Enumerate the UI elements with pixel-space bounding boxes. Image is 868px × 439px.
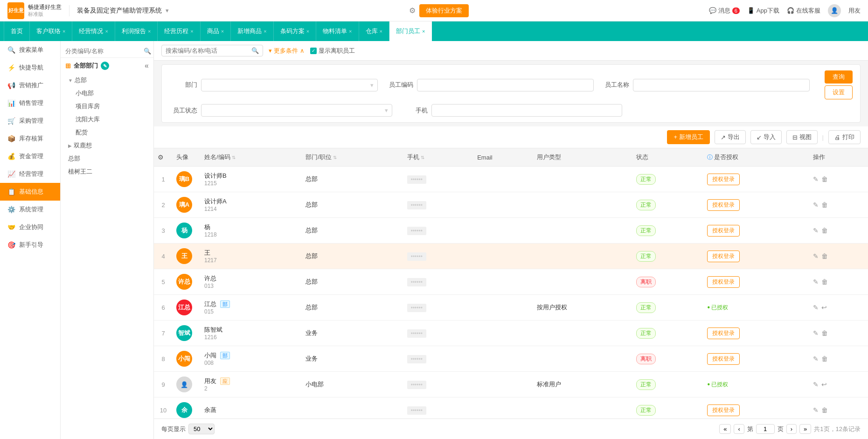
delete-button[interactable]: ↩ <box>821 381 827 388</box>
add-employee-button[interactable]: + 新增员工 <box>667 130 709 144</box>
sidebar-item-system[interactable]: ⚙️ 系统管理 <box>0 201 60 218</box>
col-dept[interactable]: 部门/职位⇅ <box>302 148 403 167</box>
edit-button[interactable]: ✎ <box>813 175 819 183</box>
app-download-btn[interactable]: 📱 App下载 <box>747 7 779 15</box>
auth-button[interactable]: 授权登录 <box>707 225 740 237</box>
close-tab-profit[interactable]: × <box>148 28 151 34</box>
sidebar-item-quick[interactable]: ⚡ 快捷导航 <box>0 59 60 77</box>
gear-button[interactable]: ⚙ <box>409 6 416 15</box>
dept-sort-icon[interactable]: ⇅ <box>333 155 337 160</box>
dept-edit-icon[interactable]: ✎ <box>101 62 109 70</box>
delete-button[interactable]: 🗑 <box>821 329 828 337</box>
close-tab-warehouse[interactable]: × <box>380 28 382 34</box>
delete-button[interactable]: 🗑 <box>821 175 828 183</box>
dept-node-zongbu2[interactable]: 总部 <box>64 152 150 165</box>
delete-button[interactable]: 🗑 <box>821 355 828 362</box>
dept-node-zhishu[interactable]: 植树王二 <box>64 165 150 178</box>
edit-button[interactable]: ✎ <box>813 227 819 234</box>
user-avatar[interactable]: 👤 <box>828 4 841 17</box>
close-tab-customer[interactable]: × <box>62 28 65 34</box>
dept-node-project[interactable]: 项目库房 <box>72 100 150 113</box>
tab-journey[interactable]: 经营历程 × <box>158 21 200 41</box>
edit-button[interactable]: ✎ <box>813 329 819 337</box>
last-page-btn[interactable]: » <box>799 424 811 434</box>
dept-node-shuanglu[interactable]: ▶ 双鹿想 <box>64 139 150 152</box>
col-name[interactable]: 姓名/编码⇅ <box>201 148 302 167</box>
close-tab-barcode[interactable]: × <box>306 28 309 34</box>
sidebar-item-purchase[interactable]: 🛒 采购管理 <box>0 112 60 130</box>
filter-empname-input[interactable] <box>633 79 810 91</box>
filter-status-select[interactable]: ▾ <box>201 104 392 117</box>
tab-department[interactable]: 部门员工 × <box>389 21 432 41</box>
edit-button[interactable]: ✎ <box>813 406 819 414</box>
close-tab-department[interactable]: × <box>422 28 425 34</box>
edit-button[interactable]: ✎ <box>813 355 819 362</box>
tab-operation[interactable]: 经营情况 × <box>72 21 115 41</box>
show-resigned-toggle[interactable]: ✓ 显示离职员工 <box>310 47 355 55</box>
query-button[interactable]: 查询 <box>825 70 853 84</box>
sidebar-item-operation[interactable]: 📈 经营管理 <box>0 165 60 183</box>
tab-addgoods[interactable]: 新增商品 × <box>231 21 273 41</box>
online-service-btn[interactable]: 🎧 在线客服 <box>787 7 820 15</box>
phone-sort-icon[interactable]: ⇅ <box>421 155 424 160</box>
more-filter-btn[interactable]: ▾ 更多条件 ∧ <box>269 47 305 55</box>
filter-empcode-input[interactable] <box>417 79 594 91</box>
tab-warehouse[interactable]: 仓库 × <box>359 21 389 41</box>
dept-collapse-btn[interactable]: « <box>145 62 149 70</box>
dept-search-input[interactable] <box>65 48 144 55</box>
sidebar-item-search[interactable]: 🔍 搜索菜单 <box>0 41 60 59</box>
auth-button[interactable]: 授权登录 <box>707 174 740 185</box>
export-button[interactable]: ↗ 导出 <box>715 130 746 144</box>
auth-button[interactable]: 授权登录 <box>707 276 740 288</box>
delete-button[interactable]: 🗑 <box>821 278 828 286</box>
auth-button[interactable]: 授权登录 <box>707 251 740 262</box>
delete-button[interactable]: ↩ <box>821 304 827 311</box>
settings-icon[interactable]: ⚙ <box>158 153 164 161</box>
per-page-select[interactable]: 50 100 200 <box>188 424 215 434</box>
filter-dept-select[interactable]: ▾ <box>201 79 378 91</box>
auth-button[interactable]: 授权登录 <box>707 328 740 339</box>
resigned-checkbox[interactable]: ✓ <box>310 48 317 54</box>
tab-bom[interactable]: 物料清单 × <box>316 21 359 41</box>
tab-barcode[interactable]: 条码方案 × <box>274 21 316 41</box>
delete-button[interactable]: 🗑 <box>821 201 828 209</box>
sidebar-item-guide[interactable]: 🎯 新手引导 <box>0 236 60 254</box>
filter-phone-input[interactable] <box>431 104 623 117</box>
search-input[interactable] <box>166 47 250 54</box>
prev-page-btn[interactable]: ‹ <box>734 424 744 434</box>
close-tab-addgoods[interactable]: × <box>264 28 266 34</box>
dept-node-peihuo[interactable]: 配货 <box>72 126 150 139</box>
try-button[interactable]: 体验行业方案 <box>419 4 469 17</box>
col-phone[interactable]: 手机⇅ <box>403 148 474 167</box>
close-tab-journey[interactable]: × <box>190 28 193 34</box>
sidebar-item-finance[interactable]: 💰 资金管理 <box>0 147 60 165</box>
close-tab-bom[interactable]: × <box>349 28 352 34</box>
auth-button[interactable]: 授权登录 <box>707 199 740 211</box>
delete-button[interactable]: 🗑 <box>821 406 828 414</box>
close-tab-operation[interactable]: × <box>105 28 108 34</box>
edit-button[interactable]: ✎ <box>813 201 819 209</box>
sidebar-item-inventory[interactable]: 📦 库存核算 <box>0 130 60 147</box>
print-button[interactable]: 🖨 打印 <box>828 130 861 144</box>
edit-button[interactable]: ✎ <box>813 304 819 311</box>
edit-button[interactable]: ✎ <box>813 278 819 286</box>
import-button[interactable]: ↙ 导入 <box>750 130 782 144</box>
sidebar-item-collab[interactable]: 🤝 企业协同 <box>0 218 60 236</box>
close-tab-goods[interactable]: × <box>221 28 224 34</box>
dept-node-xiao[interactable]: 小电部 <box>72 87 150 100</box>
view-button[interactable]: ⊟ 视图 <box>786 130 818 144</box>
auth-button[interactable]: 授权登录 <box>707 353 740 365</box>
tab-goods[interactable]: 商品 × <box>201 21 231 41</box>
first-page-btn[interactable]: « <box>719 424 731 434</box>
edit-button[interactable]: ✎ <box>813 381 819 388</box>
auth-button[interactable]: 授权登录 <box>707 404 740 416</box>
tab-profit[interactable]: 利润报告 × <box>115 21 158 41</box>
next-page-btn[interactable]: › <box>786 424 797 434</box>
tab-home[interactable]: 首页 <box>4 21 30 41</box>
message-btn[interactable]: 💬 消息 6 <box>709 7 740 15</box>
edit-button[interactable]: ✎ <box>813 252 819 260</box>
delete-button[interactable]: 🗑 <box>821 252 828 260</box>
set-button[interactable]: 设置 <box>825 85 853 99</box>
sidebar-item-sales[interactable]: 📊 销售管理 <box>0 94 60 112</box>
sidebar-item-marketing[interactable]: 📢 营销推广 <box>0 77 60 94</box>
